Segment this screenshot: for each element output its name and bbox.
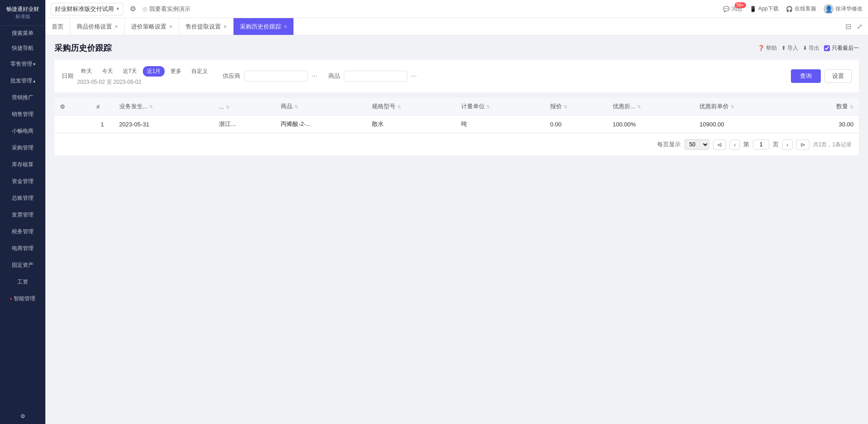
sidebar-item-assets[interactable]: 固定资产 (0, 257, 45, 274)
tab-history-price[interactable]: 采购历史价跟踪 × (234, 18, 294, 35)
sidebar-item-label: 销售管理 (12, 111, 34, 118)
sort-icon[interactable]: ⇅ (226, 105, 229, 110)
app-download-button[interactable]: 📱 App下载 (750, 5, 779, 13)
sidebar-item-sales[interactable]: 销售管理 (0, 106, 45, 123)
next-page-button[interactable]: › (782, 140, 792, 150)
online-service-label: 在线客服 (795, 5, 816, 13)
page-header: 采购历史价跟踪 ❓ 帮助 ⬆ 导入 ⬇ 导出 只看最后一 (54, 43, 859, 53)
sidebar-item-smart[interactable]: 智能管理 (0, 290, 45, 307)
tab-price[interactable]: 商品价格设置 × (70, 18, 125, 35)
column-gear[interactable]: ⚙ (54, 98, 91, 116)
per-page-select[interactable]: 20 50 100 200 (684, 139, 709, 150)
page-actions: ❓ 帮助 ⬆ 导入 ⬇ 导出 只看最后一 (758, 44, 859, 52)
first-page-button[interactable]: ⊲ (713, 140, 726, 150)
column-discount-label: 优惠折... (613, 103, 635, 110)
sidebar-settings-button[interactable]: ⚙ (0, 409, 45, 424)
sidebar-item-tax[interactable]: 税务管理 (0, 223, 45, 240)
sort-icon[interactable]: ⇅ (149, 104, 153, 109)
sidebar-item-wholesale[interactable]: 批发管理 ▴ (0, 72, 45, 89)
close-icon[interactable]: × (115, 24, 118, 30)
sort-icon[interactable]: ⇅ (564, 104, 567, 109)
close-icon[interactable]: × (284, 24, 287, 30)
row-num: 1 (91, 116, 114, 133)
product-more-icon[interactable]: ··· (411, 72, 417, 80)
prev-page-button[interactable]: ‹ (730, 140, 740, 150)
sidebar-item-quick-nav[interactable]: 快捷导航 (0, 41, 45, 56)
date-btn-custom[interactable]: 自定义 (187, 66, 212, 77)
column-quantity[interactable]: 数量 ⇅ (796, 98, 859, 116)
sidebar-item-accounting[interactable]: 总账管理 (0, 190, 45, 207)
pagination: 每页显示 20 50 100 200 ⊲ ‹ 第 页 › ⊳ 共1页，1条记录 (54, 133, 859, 155)
tab-sell-extract[interactable]: 售价提取设置 × (179, 18, 234, 35)
headphone-icon: 🎧 (786, 6, 793, 12)
online-service-button[interactable]: 🎧 在线客服 (786, 5, 816, 13)
demo-label: 我要看实例演示 (149, 5, 190, 13)
query-button[interactable]: 查询 (791, 69, 821, 83)
minimize-icon[interactable]: ⊟ (844, 20, 853, 33)
filter-action-buttons: 查询 设置 (791, 69, 852, 83)
sort-icon[interactable]: ⇅ (486, 104, 490, 109)
sidebar-item-ecommerce-small[interactable]: 小畅电商 (0, 123, 45, 140)
column-unit[interactable]: 计量单位 ⇅ (456, 98, 545, 116)
row-product: 丙烯酸-2-... (275, 116, 366, 133)
date-btn-today[interactable]: 今天 (98, 66, 117, 77)
column-discount[interactable]: 优惠折... ⇅ (607, 98, 694, 116)
sort-icon[interactable]: ⇅ (637, 104, 641, 109)
user-menu-button[interactable]: 👤 徐泽华修改 (824, 4, 863, 14)
supplier-filter-group: 供应商 ··· (223, 71, 317, 82)
sidebar-item-finance[interactable]: 资金管理 (0, 173, 45, 190)
messages-button[interactable]: 💬 消息 99+ (723, 5, 742, 13)
date-btn-more[interactable]: 更多 (166, 66, 185, 77)
last-page-button[interactable]: ⊳ (796, 140, 809, 150)
sidebar-item-purchase[interactable]: 采购管理 (0, 140, 45, 156)
sidebar-item-ecommerce[interactable]: 电商管理 (0, 240, 45, 257)
chevron-down-icon: ▾ (33, 62, 35, 67)
settings-icon[interactable]: ⚙ (128, 3, 138, 15)
close-icon[interactable]: × (169, 24, 172, 30)
sidebar-item-invoice[interactable]: 发票管理 (0, 207, 45, 223)
date-btn-1month[interactable]: 近1月 (143, 66, 165, 77)
sort-icon[interactable]: ⇅ (731, 104, 734, 109)
filter-settings-button[interactable]: 设置 (824, 69, 852, 83)
only-last-checkbox[interactable] (824, 45, 830, 51)
product-input[interactable] (344, 71, 407, 82)
demo-link[interactable]: 我要看实例演示 (142, 5, 190, 13)
sidebar-item-label: 小畅电商 (12, 127, 34, 135)
row-unit: 吨 (456, 116, 545, 133)
import-link[interactable]: ⬆ 导入 (781, 44, 798, 52)
column-pre-discount-price[interactable]: 优惠前单价 ⇅ (694, 98, 796, 116)
supplier-more-icon[interactable]: ··· (311, 72, 317, 80)
page-input[interactable] (753, 140, 769, 149)
table-area: ⚙ # 业务发生... ⇅ ... ⇅ 商品 ⇅ (54, 98, 859, 133)
sidebar-item-inventory[interactable]: 库存核算 (0, 156, 45, 173)
tab-purchase-strategy[interactable]: 进价策略设置 × (125, 18, 179, 35)
import-icon: ⬆ (781, 45, 786, 51)
expand-icon[interactable]: ⤢ (855, 20, 864, 33)
sort-icon[interactable]: ⇅ (397, 104, 401, 109)
export-link[interactable]: ⬇ 导出 (803, 44, 819, 52)
column-spec[interactable]: 规格型号 ⇅ (366, 98, 455, 116)
sidebar-item-retail[interactable]: 零售管理 ▾ (0, 56, 45, 72)
sort-icon[interactable]: ⇅ (850, 104, 853, 109)
supplier-input[interactable] (244, 71, 307, 82)
chevron-down-icon: ▾ (117, 6, 119, 12)
version-label: 好业财标准版交付试用 (55, 5, 114, 13)
column-quote[interactable]: 报价 ⇅ (545, 98, 607, 116)
sidebar-logo: 畅捷通好业财 标准版 (0, 0, 45, 26)
sidebar-item-marketing[interactable]: 营销推广 (0, 89, 45, 106)
close-icon[interactable]: × (224, 24, 227, 30)
sidebar-item-search[interactable]: 搜索菜单 (0, 26, 45, 41)
row-pre-discount-price: 10900.00 (694, 116, 796, 133)
sort-icon[interactable]: ⇅ (294, 104, 298, 109)
column-extra-label: ... (219, 103, 224, 110)
table-row: 1 2023-05-31 浙江... 丙烯酸-2-... 散水 吨 0.00 1… (54, 116, 859, 133)
tab-home[interactable]: 首页 (45, 18, 70, 35)
date-btn-yesterday[interactable]: 昨天 (77, 66, 96, 77)
version-selector[interactable]: 好业财标准版交付试用 ▾ (51, 3, 123, 15)
sidebar-item-salary[interactable]: 工资 (0, 274, 45, 290)
column-extra[interactable]: ... ⇅ (214, 98, 275, 116)
column-product[interactable]: 商品 ⇅ (275, 98, 366, 116)
column-date[interactable]: 业务发生... ⇅ (114, 98, 214, 116)
help-link[interactable]: ❓ 帮助 (758, 44, 777, 52)
date-btn-7days[interactable]: 近7天 (119, 66, 141, 77)
